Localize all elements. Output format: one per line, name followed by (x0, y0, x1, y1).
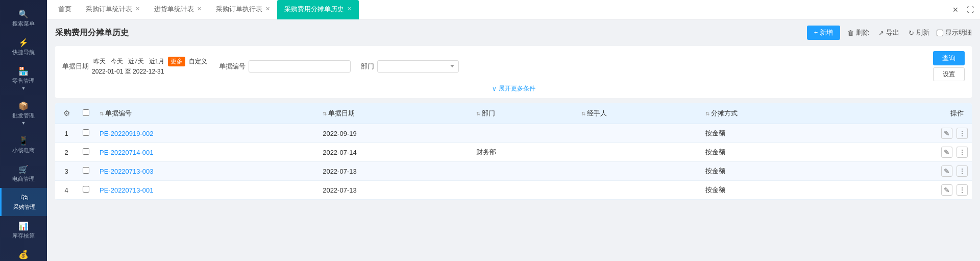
row-date: 2022-09-19 (317, 124, 471, 143)
row-dept: 财务部 (471, 143, 576, 162)
order-no-link[interactable]: PE-20220713-003 (100, 168, 154, 175)
order-no-input[interactable] (249, 60, 351, 73)
finance-icon: 💰 (18, 250, 29, 259)
order-no-link[interactable]: PE-20220713-001 (100, 186, 154, 194)
dept-filter: 部门 财务部 (361, 60, 459, 73)
sidebar-item-search[interactable]: 🔍 搜索菜单 (0, 4, 47, 33)
search-icon: 🔍 (18, 9, 29, 19)
more-icon[interactable]: ⋮ (957, 165, 968, 177)
expand-filter-button[interactable]: ∨ 展开更多条件 (62, 84, 965, 93)
order-no-filter: 单据编号 (219, 60, 351, 73)
chevron-down-icon: ▼ (21, 86, 26, 91)
export-button[interactable]: ↗ 导出 (876, 27, 901, 38)
tab-label: 采购订单执行表 (216, 5, 262, 14)
sidebar-item-label: 电商管理 (12, 175, 35, 183)
show-columns-toggle[interactable]: 显示明细 (937, 28, 972, 37)
maximize-icon[interactable]: ⛶ (965, 5, 976, 15)
edit-icon[interactable]: ✎ (941, 165, 952, 177)
date-range-display: 2022-01-01 至 2022-12-31 (92, 67, 209, 76)
inventory-icon: 📊 (18, 221, 29, 231)
row-handler (576, 124, 700, 143)
refresh-button[interactable]: ↻ 刷新 (906, 27, 932, 38)
col-handler[interactable]: 经手人 (576, 103, 700, 124)
tab-purchase-order-stats[interactable]: 采购订单统计表 ✕ (79, 0, 147, 19)
date-shortcut-7days[interactable]: 近7天 (127, 57, 145, 66)
row-split-method: 按金额 (700, 181, 847, 200)
date-shortcuts: 昨天 今天 近7天 近1月 更多 自定义 (92, 57, 209, 66)
more-icon[interactable]: ⋮ (957, 128, 968, 139)
tab-label: 采购订单统计表 (86, 5, 132, 14)
more-icon[interactable]: ⋮ (957, 147, 968, 158)
show-columns-checkbox[interactable] (937, 30, 943, 36)
data-table: ⚙ 单据编号 单据日期 部门 经手人 分摊方式 操作 1 (55, 103, 972, 200)
edit-icon[interactable]: ✎ (941, 147, 952, 158)
page-title: 采购费用分摊单历史 (55, 28, 129, 38)
date-shortcut-1month[interactable]: 近1月 (148, 57, 166, 66)
filter-area: 单据日期 昨天 今天 近7天 近1月 更多 自定义 2022-01-01 至 2… (55, 46, 972, 98)
order-no-link[interactable]: PE-20220714-001 (100, 149, 154, 156)
tab-bar: 首页 采购订单统计表 ✕ 进货单统计表 ✕ 采购订单执行表 ✕ 采购费用分摊单历… (47, 0, 980, 19)
set-button[interactable]: 设置 (933, 67, 965, 81)
mobile-icon: 📱 (18, 136, 29, 146)
sidebar-item-ecommerce[interactable]: 🛒 电商管理 (0, 159, 47, 188)
row-checkbox[interactable] (83, 167, 89, 174)
more-icon[interactable]: ⋮ (957, 184, 968, 196)
date-shortcut-yesterday[interactable]: 昨天 (92, 57, 107, 66)
row-split-method: 按金额 (700, 143, 847, 162)
tab-close-icon[interactable]: ✕ (265, 6, 270, 12)
edit-icon[interactable]: ✎ (941, 128, 952, 139)
date-shortcut-more[interactable]: 更多 (168, 57, 185, 66)
sidebar-item-purchase[interactable]: 🛍 采购管理 (0, 188, 47, 216)
filter-row: 单据日期 昨天 今天 近7天 近1月 更多 自定义 2022-01-01 至 2… (62, 51, 965, 81)
tab-close-icon[interactable]: ✕ (135, 6, 140, 12)
settings-gear-icon[interactable]: ⚙ (60, 107, 72, 120)
row-handler (576, 181, 700, 200)
sidebar-item-mobile[interactable]: 📱 小畅电商 (0, 131, 47, 159)
tab-close-icon[interactable]: ✕ (197, 6, 202, 12)
row-checkbox-cell (78, 181, 94, 200)
tab-inbound-stats[interactable]: 进货单统计表 ✕ (147, 0, 209, 19)
row-split-method: 按金额 (700, 162, 847, 181)
dept-select[interactable]: 财务部 (377, 60, 459, 73)
date-shortcut-today[interactable]: 今天 (109, 57, 125, 66)
tab-purchase-order-exec[interactable]: 采购订单执行表 ✕ (209, 0, 277, 19)
col-settings: ⚙ (55, 103, 78, 124)
row-checkbox[interactable] (83, 148, 89, 155)
order-no-link[interactable]: PE-20220919-002 (100, 130, 154, 137)
date-shortcut-custom[interactable]: 自定义 (187, 57, 209, 66)
table-row: 2 PE-20220714-001 2022-07-14 财务部 按金额 ✎ ⋮ (55, 143, 972, 162)
page-actions: + 新增 🗑 删除 ↗ 导出 ↻ 刷新 显示明细 (807, 26, 972, 40)
tab-bar-actions: ✕ ⛶ (950, 5, 976, 15)
row-checkbox[interactable] (83, 186, 89, 193)
query-button[interactable]: 查询 (933, 51, 965, 65)
table-row: 4 PE-20220713-001 2022-07-13 按金额 ✎ ⋮ (55, 181, 972, 200)
col-order-no[interactable]: 单据编号 (94, 103, 317, 124)
delete-button[interactable]: 🗑 删除 (845, 27, 871, 38)
row-checkbox[interactable] (83, 129, 89, 136)
tab-close-icon[interactable]: ✕ (347, 6, 352, 12)
add-button[interactable]: + 新增 (807, 26, 840, 40)
row-ops: ✎ ⋮ (847, 162, 972, 181)
col-date[interactable]: 单据日期 (317, 103, 471, 124)
select-all-checkbox[interactable] (83, 109, 89, 116)
edit-icon[interactable]: ✎ (941, 184, 952, 196)
sidebar-item-inventory[interactable]: 📊 库存核算 (0, 216, 47, 245)
sidebar-item-finance[interactable]: 💰 资金管理 (0, 245, 47, 261)
sidebar-item-wholesale[interactable]: 📦 批发管理 ▼ (0, 96, 47, 131)
chevron-down-icon: ▼ (21, 121, 26, 126)
row-date: 2022-07-13 (317, 181, 471, 200)
date-filter-label: 单据日期 (62, 62, 89, 71)
sidebar-item-retail[interactable]: 🏪 零售管理 ▼ (0, 61, 47, 96)
close-all-icon[interactable]: ✕ (950, 5, 961, 15)
row-split-method: 按金额 (700, 124, 847, 143)
tab-home[interactable]: 首页 (51, 0, 79, 19)
row-order-no: PE-20220713-001 (94, 181, 317, 200)
col-split-method[interactable]: 分摊方式 (700, 103, 847, 124)
sidebar-item-shortcut[interactable]: ⚡ 快捷导航 (0, 33, 47, 61)
row-handler (576, 143, 700, 162)
page-content: 采购费用分摊单历史 + 新增 🗑 删除 ↗ 导出 ↻ 刷新 显示明细 (47, 19, 980, 261)
sidebar: 🔍 搜索菜单 ⚡ 快捷导航 🏪 零售管理 ▼ 📦 批发管理 ▼ 📱 小畅电商 🛒… (0, 0, 47, 261)
tab-purchase-fee-split[interactable]: 采购费用分摊单历史 ✕ (277, 0, 359, 19)
wholesale-icon: 📦 (18, 101, 29, 111)
col-dept[interactable]: 部门 (471, 103, 576, 124)
